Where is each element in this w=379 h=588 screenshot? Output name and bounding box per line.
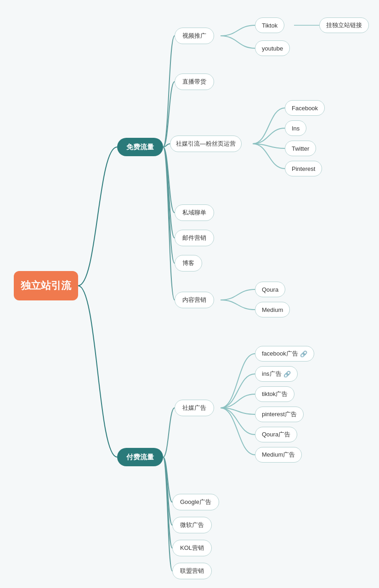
node-facebook[interactable]: Facebook — [285, 100, 325, 116]
ins-label: Ins — [292, 125, 300, 132]
node-kol[interactable]: KOL营销 — [172, 540, 212, 556]
facebook-label: Facebook — [292, 105, 318, 112]
qoura-label: Qoura — [262, 286, 278, 293]
node-social-ad[interactable]: 社媒广告 — [175, 400, 214, 416]
node-microsoft[interactable]: 微软广告 — [172, 517, 212, 533]
medium-ad-label: Medium广告 — [262, 451, 295, 459]
node-youtube[interactable]: youtube — [255, 40, 290, 56]
node-alliance[interactable]: 联盟营销 — [172, 563, 212, 579]
microsoft-label: 微软广告 — [180, 521, 204, 529]
blog-label: 博客 — [182, 259, 194, 267]
social-ad-label: 社媒广告 — [182, 404, 206, 412]
link-icon-fb: 🔗 — [300, 351, 307, 357]
node-qoura[interactable]: Qoura — [255, 282, 285, 297]
pinterest-ad-label: pinterest广告 — [262, 410, 297, 418]
twitter-label: Twitter — [292, 145, 309, 152]
node-video[interactable]: 视频推广 — [175, 28, 214, 44]
ins-ad-label: ins广告 — [262, 370, 282, 378]
node-medium[interactable]: Medium — [255, 302, 290, 317]
live-label: 直播带货 — [182, 78, 206, 86]
free-traffic-label: 免费流量 — [126, 143, 154, 152]
kol-label: KOL营销 — [180, 544, 204, 552]
node-google[interactable]: Google广告 — [172, 494, 219, 510]
medium-label: Medium — [262, 306, 283, 313]
youtube-label: youtube — [262, 45, 283, 52]
node-qoura-ad[interactable]: Qoura广告 — [255, 427, 297, 442]
node-email[interactable]: 邮件营销 — [175, 230, 214, 246]
private-label: 私域聊单 — [182, 209, 206, 217]
google-label: Google广告 — [180, 498, 211, 506]
video-label: 视频推广 — [182, 32, 206, 40]
node-private[interactable]: 私域聊单 — [175, 204, 214, 221]
node-blog[interactable]: 博客 — [175, 255, 202, 271]
fb-ad-label: facebook广告 — [262, 350, 298, 358]
node-standalone-link[interactable]: 挂独立站链接 — [319, 17, 369, 33]
node-tiktok-ad[interactable]: tiktok广告 — [255, 386, 294, 402]
node-free-traffic[interactable]: 免费流量 — [117, 138, 163, 156]
node-paid-traffic[interactable]: 付费流量 — [117, 448, 163, 466]
link-icon-ins: 🔗 — [283, 371, 291, 378]
node-pinterest[interactable]: Pinterest — [285, 161, 322, 176]
node-ins[interactable]: Ins — [285, 120, 306, 136]
node-tiktok[interactable]: Tiktok — [255, 17, 284, 33]
root-label: 独立站引流 — [21, 279, 71, 293]
tiktok-label: Tiktok — [262, 22, 277, 29]
node-medium-ad[interactable]: Medium广告 — [255, 447, 302, 463]
node-content[interactable]: 内容营销 — [175, 292, 214, 308]
standalone-label: 挂独立站链接 — [326, 21, 362, 29]
email-label: 邮件营销 — [182, 234, 206, 242]
paid-traffic-label: 付费流量 — [126, 453, 154, 462]
node-live[interactable]: 直播带货 — [175, 74, 214, 90]
node-fb-ad[interactable]: facebook广告 🔗 — [255, 346, 314, 362]
node-pinterest-ad[interactable]: pinterest广告 — [255, 407, 304, 422]
qoura-ad-label: Qoura广告 — [262, 430, 290, 439]
node-ins-ad[interactable]: ins广告 🔗 — [255, 366, 298, 382]
node-social[interactable]: 社媒引流—粉丝页运营 — [170, 136, 242, 152]
alliance-label: 联盟营销 — [180, 567, 204, 575]
social-label: 社媒引流—粉丝页运营 — [176, 140, 236, 148]
root-node[interactable]: 独立站引流 — [14, 271, 78, 300]
tiktok-ad-label: tiktok广告 — [262, 390, 288, 398]
content-label: 内容营销 — [182, 296, 206, 304]
pinterest-label: Pinterest — [292, 165, 315, 172]
node-twitter[interactable]: Twitter — [285, 141, 316, 156]
